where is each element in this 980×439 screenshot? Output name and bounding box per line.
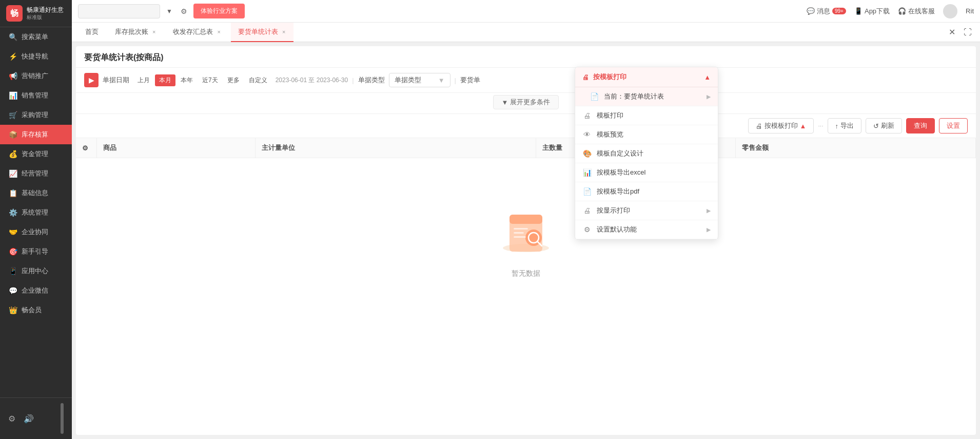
sidebar-label: 经营管理	[22, 169, 48, 178]
demo-button[interactable]: 体验行业方案	[193, 4, 245, 18]
speaker-icon[interactable]: 🔊	[24, 414, 34, 424]
nav-dropdown-icon[interactable]: ▼	[164, 6, 174, 17]
tab-batch[interactable]: 库存批次账 ×	[108, 23, 164, 42]
purchase-icon: 🛒	[8, 110, 17, 120]
sidebar-label: 企业微信	[22, 286, 48, 295]
sidebar-item-inventory[interactable]: 📦 库存核算	[0, 125, 72, 144]
apps-icon: 📱	[8, 266, 17, 276]
order-filter-label: 要货单	[460, 75, 480, 85]
tab-collection[interactable]: 收发存汇总表 ×	[166, 23, 228, 42]
topbar-settings-icon[interactable]: ⚙	[179, 5, 189, 17]
date-prev-month[interactable]: 上月	[133, 74, 154, 86]
sidebar-item-system[interactable]: ⚙️ 系统管理	[0, 203, 72, 222]
date-filter-label: 单据日期	[103, 75, 129, 85]
search-label: 搜索菜单	[22, 32, 48, 42]
app-label: App下载	[865, 7, 890, 16]
sidebar-item-purchase[interactable]: 🛒 采购管理	[0, 105, 72, 125]
svg-rect-6	[514, 228, 528, 230]
export-button[interactable]: ↑ 导出	[828, 118, 862, 133]
date-custom[interactable]: 自定义	[245, 74, 271, 86]
dropdown-item-export-excel[interactable]: 📊 按模板导出excel	[575, 163, 718, 182]
template-preview-icon: 👁	[582, 130, 592, 139]
date-7days[interactable]: 近7天	[198, 74, 222, 86]
sidebar-item-basic[interactable]: 📋 基础信息	[0, 183, 72, 203]
print-button[interactable]: 🖨 按模板打印 ▲	[748, 118, 814, 133]
print-dropdown: 🖨 按模板打印 ▲ 📄 当前：要货单统计表 ▶ 🖨 模板打印 👁 模板预览	[575, 67, 718, 240]
expand-more-button[interactable]: ▼ 展开更多条件	[493, 95, 559, 109]
current-template-icon: 📄	[590, 92, 599, 101]
sidebar-item-wechat[interactable]: 💬 企业微信	[0, 281, 72, 300]
filter-expand-button[interactable]: ▶	[84, 73, 99, 87]
sidebar-item-company[interactable]: 🤝 企业协同	[0, 222, 72, 242]
more-options-icon[interactable]: ···	[818, 122, 823, 129]
tab-collection-close[interactable]: ×	[216, 29, 221, 35]
template-print-icon: 🖨	[582, 111, 592, 120]
shortcut-icon: ⚡	[8, 52, 17, 61]
tab-maximize-icon[interactable]: ⛶	[962, 26, 974, 39]
default-func-arrow: ▶	[707, 226, 711, 233]
message-icon: 💬	[807, 7, 815, 15]
settings-button[interactable]: 设置	[939, 118, 968, 133]
sales-icon: 📊	[8, 91, 17, 100]
sidebar-item-member[interactable]: 👑 畅会员	[0, 300, 72, 320]
template-design-label: 模板自定义设计	[597, 149, 643, 158]
type-select-text: 单据类型	[395, 75, 421, 85]
tab-batch-label: 库存批次账	[115, 27, 148, 36]
svg-rect-7	[514, 232, 524, 234]
dropdown-item-display-print[interactable]: 🖨 按显示打印 ▶	[575, 201, 718, 220]
col-settings[interactable]: ⚙	[76, 138, 96, 158]
type-filter-select[interactable]: 单据类型 ▼	[389, 73, 450, 87]
date-more[interactable]: 更多	[223, 74, 244, 86]
sidebar-item-guide[interactable]: 🎯 新手引导	[0, 242, 72, 261]
export-excel-icon: 📊	[582, 168, 592, 177]
dropdown-up-icon[interactable]: ▲	[704, 73, 711, 81]
sidebar-item-marketing[interactable]: 📢 营销推广	[0, 66, 72, 86]
sidebar-item-finance[interactable]: 💰 资金管理	[0, 144, 72, 164]
message-button[interactable]: 💬 消息 99+	[807, 7, 846, 16]
topbar: ▼ ⚙ 体验行业方案 💬 消息 99+ 📱 App下载 🎧 在线客服 Rit	[72, 0, 980, 23]
app-download-button[interactable]: 📱 App下载	[854, 7, 890, 16]
dropdown-current-template[interactable]: 📄 当前：要货单统计表 ▶	[575, 87, 718, 106]
sidebar-item-apps[interactable]: 📱 应用中心	[0, 261, 72, 281]
tab-order-stats-close[interactable]: ×	[281, 29, 286, 35]
query-button[interactable]: 查询	[906, 118, 935, 133]
dropdown-item-export-pdf[interactable]: 📄 按模板导出pdf	[575, 182, 718, 201]
dropdown-item-template-preview[interactable]: 👁 模板预览	[575, 125, 718, 144]
sidebar-item-shortcut[interactable]: ⚡ 快捷导航	[0, 47, 72, 66]
nav-search-input[interactable]	[78, 4, 160, 18]
sidebar-item-operation[interactable]: 📈 经营管理	[0, 164, 72, 183]
user-avatar[interactable]	[943, 4, 957, 18]
export-pdf-label: 按模板导出pdf	[597, 187, 639, 196]
wechat-icon: 💬	[8, 286, 17, 295]
dropdown-header: 🖨 按模板打印 ▲	[575, 67, 718, 87]
dropdown-item-template-print[interactable]: 🖨 模板打印	[575, 106, 718, 125]
printer-header-icon: 🖨	[582, 73, 589, 81]
dropdown-item-default-func[interactable]: ⚙ 设置默认功能 ▶	[575, 220, 718, 239]
marketing-icon: 📢	[8, 71, 17, 81]
sidebar-label: 应用中心	[22, 266, 48, 276]
empty-illustration	[495, 199, 557, 261]
sidebar-label: 系统管理	[22, 208, 48, 217]
sidebar-search[interactable]: 🔍 搜索菜单	[0, 27, 72, 47]
dropdown-header-left: 🖨 按模板打印	[582, 72, 626, 82]
sidebar-bottom: ⚙ 🔊	[0, 397, 72, 439]
scrollbar-thumb	[61, 403, 64, 434]
content-area: 要货单统计表(按商品) ▶ 单据日期 上月 本月 本年 近7天 更多 自定义 2…	[76, 46, 976, 435]
date-current-month[interactable]: 本月	[155, 74, 175, 86]
dropdown-item-template-design[interactable]: 🎨 模板自定义设计	[575, 144, 718, 163]
refresh-button[interactable]: ↺ 刷新	[866, 118, 902, 133]
tab-batch-close[interactable]: ×	[151, 29, 156, 35]
settings-bottom-icon[interactable]: ⚙	[8, 414, 15, 424]
tab-close-window-icon[interactable]: ✕	[947, 25, 957, 39]
date-current-year[interactable]: 本年	[177, 74, 197, 86]
search-icon: 🔍	[8, 32, 17, 42]
tab-order-stats[interactable]: 要货单统计表 ×	[231, 23, 293, 42]
sidebar-item-sales[interactable]: 📊 销售管理	[0, 86, 72, 105]
table-settings-icon[interactable]: ⚙	[82, 144, 88, 152]
table-container: ⚙ 商品 主计量单位 主数量 零售金额	[76, 138, 976, 435]
online-service-button[interactable]: 🎧 在线客服	[898, 7, 935, 16]
template-preview-label: 模板预览	[597, 130, 623, 139]
print-icon: 🖨	[756, 122, 762, 130]
export-icon: ↑	[835, 122, 839, 130]
tab-home[interactable]: 首页	[78, 23, 106, 42]
